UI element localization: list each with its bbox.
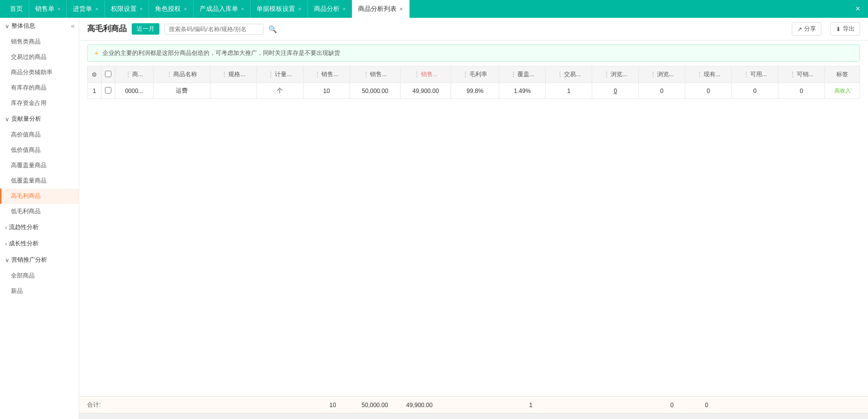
cell-coverage: 1.49% xyxy=(499,83,546,99)
sidebar-group-trend[interactable]: › 流趋性分析 xyxy=(0,219,79,235)
cell-browse1[interactable]: 0 xyxy=(592,83,639,99)
table-row: 1 0000... 运费 个 10 50,000.00 49,900.00 99… xyxy=(88,83,860,99)
sidebar-group-overall[interactable]: ∨ 整体信息 xyxy=(0,18,79,34)
horizontal-scrollbar[interactable] xyxy=(79,413,868,419)
time-filter-button[interactable]: 近一月 xyxy=(132,23,159,35)
sidebar-item-new-goods[interactable]: 新品 xyxy=(0,283,79,299)
nav-tab-permission[interactable]: 权限设置 × xyxy=(105,0,149,18)
nav-tab-home[interactable]: 首页 xyxy=(4,0,29,18)
col-stock-available[interactable]: ⋮可用... xyxy=(732,66,778,83)
col-resize-icon: ⋮ xyxy=(650,71,656,78)
col-tag[interactable]: 标签 xyxy=(825,66,860,83)
nav-tab-sales[interactable]: 销售单 × xyxy=(29,0,67,18)
product-table: ⚙ ⋮商... ⋮商品名称 ⋮规格... ⋮计量... ⋮销售... ⋮销售..… xyxy=(87,66,860,99)
col-checkbox[interactable] xyxy=(102,66,115,83)
col-transaction[interactable]: ⋮交易... xyxy=(546,66,592,83)
close-icon[interactable]: × xyxy=(298,6,301,12)
col-browse2[interactable]: ⋮浏览... xyxy=(639,66,685,83)
sidebar-item-stock-capital[interactable]: 库存资金占用 xyxy=(0,95,79,111)
col-resize-icon: ⋮ xyxy=(125,71,131,78)
top-navigation: 首页 销售单 × 进货单 × 权限设置 × 角色授权 × 产成品入库单 × 单据… xyxy=(0,0,868,18)
col-browse1[interactable]: ⋮浏览... xyxy=(592,66,639,83)
cell-browse2: 0 xyxy=(639,83,685,99)
search-input[interactable] xyxy=(164,24,263,35)
sidebar-item-stocked-goods[interactable]: 有库存的商品 xyxy=(0,80,79,95)
sidebar-group-growth[interactable]: › 成长性分析 xyxy=(0,235,79,252)
close-icon[interactable]: × xyxy=(184,6,187,12)
cell-name: 运费 xyxy=(153,83,210,99)
chevron-right-icon: › xyxy=(5,224,7,231)
close-icon[interactable]: × xyxy=(140,6,143,12)
col-resize-icon: ⋮ xyxy=(743,71,749,78)
close-icon[interactable]: × xyxy=(343,6,346,12)
col-stock-sellable[interactable]: ⋮可销... xyxy=(778,66,825,83)
nav-tab-role[interactable]: 角色授权 × xyxy=(149,0,193,18)
col-resize-icon: ⋮ xyxy=(462,71,468,78)
sidebar-item-high-margin[interactable]: 高毛利商品 xyxy=(0,188,79,204)
cell-checkbox[interactable] xyxy=(102,83,115,99)
cell-sales1: 10 xyxy=(303,83,350,99)
sidebar: « ∨ 整体信息 销售类商品 交易过的商品 商品分类辅助率 有库存的商品 库存资… xyxy=(0,18,79,419)
col-margin[interactable]: ⋮毛利率 xyxy=(451,66,499,83)
sidebar-item-high-coverage[interactable]: 高覆盖量商品 xyxy=(0,158,79,173)
chevron-down-icon: ∨ xyxy=(5,257,9,264)
browse1-link[interactable]: 0 xyxy=(613,88,617,94)
nav-tab-template[interactable]: 单据模板设置 × xyxy=(251,0,307,18)
col-code[interactable]: ⋮商... xyxy=(115,66,153,83)
col-resize-icon: ⋮ xyxy=(221,71,227,78)
select-all-checkbox[interactable] xyxy=(105,71,111,77)
sidebar-item-traded-goods[interactable]: 交易过的商品 xyxy=(0,49,79,65)
share-button[interactable]: ↗ 分享 xyxy=(792,22,821,36)
content-header: 高毛利商品 近一月 🔍 ↗ 分享 ⬇ 导出 xyxy=(79,18,868,41)
close-all-tabs-button[interactable]: × xyxy=(852,4,864,13)
sidebar-item-low-margin[interactable]: 低毛利商品 xyxy=(0,204,79,219)
footer-transaction: 1 xyxy=(511,402,551,409)
col-sales2[interactable]: ⋮销售... xyxy=(350,66,400,83)
row-checkbox[interactable] xyxy=(105,87,111,93)
chevron-down-icon: ∨ xyxy=(5,23,9,30)
col-resize-icon: ⋮ xyxy=(166,71,172,78)
share-icon: ↗ xyxy=(797,26,802,33)
close-icon[interactable]: × xyxy=(400,6,403,12)
close-icon[interactable]: × xyxy=(57,6,60,12)
cell-sales2: 50,000.00 xyxy=(350,83,400,99)
cell-code[interactable]: 0000... xyxy=(115,83,153,99)
info-icon: ✦ xyxy=(94,49,100,57)
close-icon[interactable]: × xyxy=(241,6,244,12)
col-spec[interactable]: ⋮规格... xyxy=(210,66,257,83)
info-banner: ✦ 企业的主要的利润都是这部分商品创造的，可考虑加大推广，同时关注库存是不要出现… xyxy=(87,45,860,62)
sidebar-item-high-value[interactable]: 高价值商品 xyxy=(0,127,79,142)
col-name[interactable]: ⋮商品名称 xyxy=(153,66,210,83)
sidebar-item-low-coverage[interactable]: 低覆盖量商品 xyxy=(0,173,79,188)
sidebar-item-all-goods[interactable]: 全部商品 xyxy=(0,268,79,283)
col-resize-icon: ⋮ xyxy=(414,71,420,78)
sidebar-item-category-rate[interactable]: 商品分类辅助率 xyxy=(0,65,79,80)
sidebar-item-sales-goods[interactable]: 销售类商品 xyxy=(0,34,79,49)
nav-tab-product-analysis[interactable]: 商品分析 × xyxy=(308,0,352,18)
chevron-right-icon: › xyxy=(5,240,7,247)
footer-sales1: 10 xyxy=(313,402,353,409)
sidebar-group-contribution[interactable]: ∨ 贡献量分析 xyxy=(0,111,79,127)
cell-stock-sellable: 0 xyxy=(778,83,825,99)
nav-tab-product-storage[interactable]: 产成品入库单 × xyxy=(194,0,251,18)
footer-stock-available: 0 xyxy=(655,402,689,409)
sidebar-item-low-value[interactable]: 低价值商品 xyxy=(0,142,79,158)
col-resize-icon: ⋮ xyxy=(511,71,516,78)
sidebar-group-marketing[interactable]: ∨ 营销推广分析 xyxy=(0,252,79,268)
footer-stock-sellable: 0 xyxy=(689,402,724,409)
col-settings[interactable]: ⚙ xyxy=(88,66,102,83)
nav-tab-purchase[interactable]: 进货单 × xyxy=(67,0,104,18)
close-icon[interactable]: × xyxy=(95,6,98,12)
col-unit[interactable]: ⋮计量... xyxy=(256,66,303,83)
col-sales3[interactable]: ⋮销售... xyxy=(401,66,451,83)
col-sales1[interactable]: ⋮销售... xyxy=(303,66,350,83)
tag-label: 高收入 xyxy=(834,88,851,93)
nav-tab-product-analysis-list[interactable]: 商品分析列表 × xyxy=(352,0,409,18)
col-stock-current[interactable]: ⋮现有... xyxy=(685,66,732,83)
cell-spec xyxy=(210,83,257,99)
col-resize-icon: ⋮ xyxy=(557,71,563,78)
col-coverage[interactable]: ⋮覆盖... xyxy=(499,66,546,83)
search-icon[interactable]: 🔍 xyxy=(268,25,277,33)
export-button[interactable]: ⬇ 导出 xyxy=(830,22,860,36)
sidebar-collapse-button[interactable]: « xyxy=(71,22,75,30)
